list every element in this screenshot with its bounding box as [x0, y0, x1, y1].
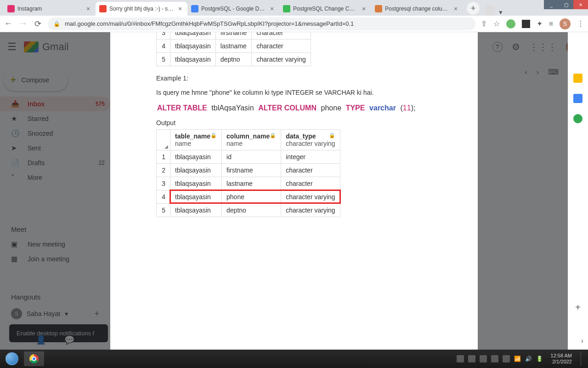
taskbar-clock[interactable]: 12:58 AM 2/1/2022 — [551, 353, 572, 365]
tab-favicon — [375, 5, 382, 12]
taskbar-chrome[interactable] — [24, 351, 44, 366]
tab-title: PostgreSQL Change Colum — [293, 6, 357, 12]
table-cell: 3 — [157, 177, 170, 190]
lock-icon: 🔒 — [53, 21, 60, 27]
extensions-puzzle-icon[interactable]: ✦ — [537, 19, 543, 28]
tasks-icon[interactable] — [573, 94, 582, 103]
table-cell: firstname — [215, 32, 252, 40]
tab-title: PostgreSQL - Google Docs — [201, 6, 266, 12]
table-cell: tblaqsayasin — [170, 150, 222, 164]
tab-title: Sorry ghlt bhj diya :-) - sab — [109, 6, 174, 12]
table-cell: character — [252, 32, 311, 40]
browser-toolbar: ← → ⟳ 🔒 mail.google.com/mail/u/0/#inbox/… — [0, 16, 588, 32]
tray-icon[interactable] — [491, 355, 498, 362]
output-heading: Output — [156, 119, 432, 126]
table-row: 5tblaqsayasindeptnocharacter varying — [157, 53, 311, 66]
tab-close-icon[interactable]: × — [176, 5, 184, 12]
tray-network-icon[interactable]: 📶 — [514, 356, 521, 362]
tab-strip-avatar[interactable] — [484, 5, 495, 16]
table-row: 3tblaqsayasinlastnamecharacter — [157, 177, 340, 190]
lock-icon: 🔒 — [329, 132, 335, 138]
tray-icon[interactable] — [480, 355, 487, 362]
tray-icon[interactable] — [503, 355, 510, 362]
tab-close-icon[interactable]: × — [452, 5, 459, 12]
tab-dropdown-icon[interactable]: ▼ — [498, 9, 503, 16]
window-maximize[interactable]: ▢ — [559, 0, 573, 9]
tab-favicon — [7, 5, 15, 12]
table-cell: deptno — [222, 204, 281, 217]
table-cell: 4 — [157, 40, 170, 53]
browser-tab[interactable]: PostgreSQL Change Colum× — [279, 2, 371, 16]
attachment-preview: 3tblaqsayasinfirstnamecharacter4tblaqsay… — [110, 32, 478, 350]
reading-list-icon[interactable]: ≡ — [549, 20, 553, 28]
table-cell: 4 — [157, 190, 170, 204]
table-cell: tblaqsayasin — [170, 164, 222, 177]
top-result-table: 3tblaqsayasinfirstnamecharacter4tblaqsay… — [156, 32, 311, 66]
toolbar-right-icons: ⇧ ☆ ✦ ≡ S ⋮ — [481, 18, 584, 29]
add-addon-icon[interactable]: + — [575, 302, 581, 313]
table-cell: character — [281, 177, 340, 190]
show-desktop-button[interactable] — [581, 351, 585, 366]
table-cell: integer — [281, 150, 340, 164]
profile-avatar[interactable]: S — [560, 18, 571, 29]
table-cell: character varying — [252, 53, 311, 66]
table-cell: id — [222, 150, 281, 164]
tray-icon[interactable] — [468, 355, 475, 362]
table-cell: tblaqsayasin — [170, 190, 222, 204]
chrome-menu-icon[interactable]: ⋮ — [577, 19, 584, 28]
sql-code-block: ALTER TABLE tblAqsaYasin ALTER COLUMN ph… — [156, 102, 432, 115]
bookmark-star-icon[interactable]: ☆ — [493, 19, 500, 28]
table-corner — [157, 130, 170, 150]
keep-icon[interactable] — [573, 74, 582, 83]
table-cell: lastname — [215, 40, 252, 53]
nav-forward-icon[interactable]: → — [18, 19, 28, 29]
windows-taskbar: 📶 🔊 🔋 12:58 AM 2/1/2022 — [0, 350, 588, 368]
table-cell: tblaqsayasin — [170, 32, 216, 40]
contacts-icon[interactable] — [573, 114, 582, 123]
lock-icon: 🔒 — [210, 132, 217, 138]
tab-close-icon[interactable]: × — [360, 5, 368, 12]
nav-back-icon[interactable]: ← — [4, 19, 13, 29]
clock-date: 2/1/2022 — [551, 359, 572, 365]
new-tab-button[interactable]: + — [467, 2, 480, 15]
extension-icon[interactable] — [522, 20, 530, 28]
browser-tab[interactable]: Sorry ghlt bhj diya :-) - sab× — [96, 2, 187, 16]
tab-close-icon[interactable]: × — [85, 5, 92, 12]
table-cell: tblaqsayasin — [170, 204, 222, 217]
nav-reload-icon[interactable]: ⟳ — [33, 19, 42, 29]
table-cell: 3 — [157, 32, 170, 40]
window-controls: _ ▢ ✕ — [544, 0, 588, 9]
table-cell: 5 — [157, 204, 170, 217]
extension-grammarly-icon[interactable] — [506, 19, 515, 29]
tray-volume-icon[interactable]: 🔊 — [525, 356, 532, 362]
window-close[interactable]: ✕ — [573, 0, 588, 9]
chrome-icon — [29, 354, 39, 363]
col-header-table-name: table_name🔒 name — [170, 130, 222, 150]
start-button[interactable] — [3, 351, 21, 366]
address-bar[interactable]: 🔒 mail.google.com/mail/u/0/#inbox/FMfcgz… — [48, 17, 475, 30]
tray-icon[interactable] — [457, 355, 464, 362]
example-heading: Example 1: — [156, 74, 432, 83]
col-header-data-type: data_type🔒 character varying — [281, 130, 340, 150]
tray-battery-icon[interactable]: 🔋 — [536, 356, 543, 362]
output-result-table: table_name🔒 name column_name🔒 name data_… — [156, 129, 340, 217]
tab-title: Instagram — [17, 6, 82, 12]
system-tray: 📶 🔊 🔋 12:58 AM 2/1/2022 — [457, 351, 585, 366]
browser-tab[interactable]: PostgreSQL - Google Docs× — [187, 2, 279, 16]
windows-orb-icon — [6, 352, 18, 365]
window-minimize[interactable]: _ — [544, 0, 559, 9]
lock-icon: 🔒 — [270, 132, 276, 138]
tab-favicon — [283, 5, 290, 12]
share-icon[interactable]: ⇧ — [481, 19, 487, 28]
tab-close-icon[interactable]: × — [268, 5, 276, 12]
browser-tab[interactable]: Instagram× — [4, 2, 96, 16]
side-panel: + — [568, 32, 588, 350]
scroll-right-icon[interactable]: › — [581, 337, 583, 345]
url-text: mail.google.com/mail/u/0/#inbox/FMfcgzGm… — [65, 20, 354, 27]
table-cell: 1 — [157, 150, 170, 164]
table-row: 3tblaqsayasinfirstnamecharacter — [157, 32, 311, 40]
table-cell: character — [252, 40, 311, 53]
table-cell: deptno — [215, 53, 252, 66]
browser-tab[interactable]: Postgresql change column× — [371, 2, 463, 16]
col-header-column-name: column_name🔒 name — [222, 130, 281, 150]
